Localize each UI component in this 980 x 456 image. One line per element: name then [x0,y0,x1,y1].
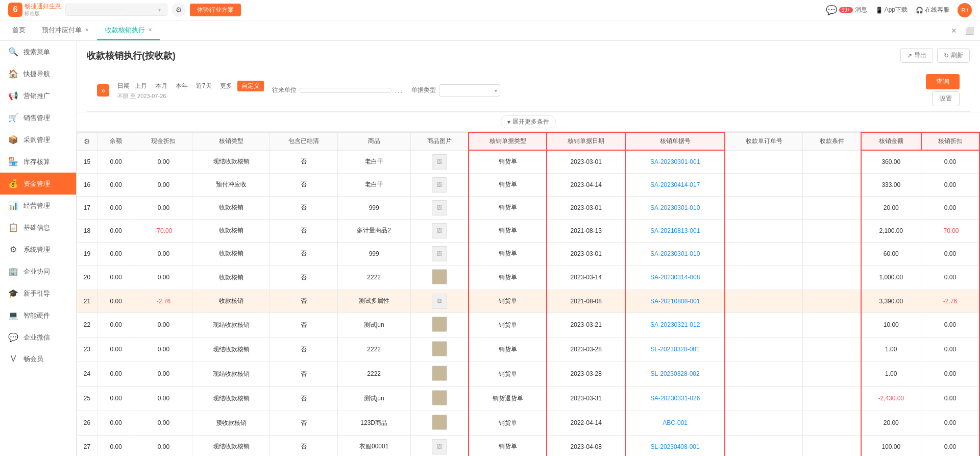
sidebar-item-guide[interactable]: 🎓 新手引导 [0,282,76,304]
cell-verify-voucher-type: 销货单 [469,242,547,265]
sidebar-item-sales[interactable]: 🛒 销售管理 [0,107,76,129]
refresh-icon: ↻ [944,52,949,59]
cell-verify-no: SL-20230328-002 [625,362,725,386]
verify-no-link[interactable]: SA-20230414-017 [650,181,700,188]
verify-no-link[interactable]: SL-20230328-002 [651,370,700,377]
date-7days[interactable]: 近7天 [193,81,215,91]
close-window-button[interactable]: ✕ [949,26,959,36]
cell-verify-discount: 0.00 [921,362,979,386]
col-header-verify-voucher-type: 核销单据类型 [469,132,547,150]
verify-no-link[interactable]: SA-20210813-001 [650,227,700,234]
trial-button[interactable]: 体验行业方案 [190,4,241,16]
cell-receipt-order-no [725,150,803,173]
expand-conditions-button[interactable]: ▾ 展开更多条件 [501,115,556,128]
date-last-month[interactable]: 上月 [132,81,150,91]
notification-area[interactable]: 💬 99+ 消息 [826,5,867,16]
page-actions: ↗ 导出 ↻ 刷新 [900,48,970,63]
verify-no-link[interactable]: SL-20230328-001 [651,346,700,353]
voucher-type-select[interactable] [439,84,500,97]
gear-button[interactable]: ⚙ [172,3,186,17]
cell-receipt-order-no [725,337,803,362]
sidebar-item-operation[interactable]: 📊 经营管理 [0,195,76,217]
brand-icon: 6 [8,3,22,17]
online-service[interactable]: 🎧 在线客服 [916,6,949,14]
main-layout: 🔍 搜索菜单 🏠 快捷导航 📢 营销推广 🛒 销售管理 📦 采购管理 🏪 库存核… [0,41,980,456]
cell-id: 19 [77,242,97,265]
cell-id: 16 [77,173,97,196]
sidebar-item-inventory[interactable]: 🏪 库存核算 [0,151,76,173]
sidebar-item-hardware[interactable]: 💻 智能硬件 [0,304,76,326]
filter-bar: » 日期 上月 本月 本年 近7天 更多 自定义 不限 至 2023-07-26… [87,69,970,112]
verify-no-link[interactable]: SA-20230314-008 [650,274,700,281]
product-thumbnail [432,317,447,332]
verify-no-link[interactable]: SL-20230408-001 [651,443,700,450]
cell-verify-type: 现结收款核销 [192,362,270,386]
sidebar-item-wechat[interactable]: 💬 企业微信 [0,326,76,348]
cell-verify-amount: 100.00 [861,435,921,456]
query-button[interactable]: 查询 [926,74,960,89]
export-icon: ↗ [907,52,912,59]
cell-verify-type: 现结收款核销 [192,435,270,456]
voucher-type-label: 单据类型 [411,86,436,94]
product-thumbnail: 🖼 [432,200,447,215]
verify-no-link[interactable]: ABC-001 [663,419,688,426]
verify-no-link[interactable]: SA-20230301-010 [650,250,700,257]
cell-verify-type: 现结收款核销 [192,150,270,173]
verify-no-link[interactable]: SA-20230301-010 [650,204,700,211]
brand: 6 畅捷通好生意 标准版 [8,3,61,17]
column-settings-icon[interactable]: ⚙ [84,137,90,146]
cell-verify-no: ABC-001 [625,411,725,435]
sidebar-item-quick-nav[interactable]: 🏠 快捷导航 [0,63,76,85]
cell-cash-discount: 0.00 [135,242,192,265]
verify-no-link[interactable]: SA-20210808-001 [650,298,700,305]
cell-id: 21 [77,290,97,313]
date-this-month[interactable]: 本月 [152,81,170,91]
tab-home[interactable]: 首页 [4,21,34,40]
cell-verify-type: 收款核销 [192,219,270,242]
sidebar-item-basic[interactable]: 📋 基础信息 [0,217,76,238]
cell-verify-type: 收款核销 [192,265,270,290]
verify-no-link[interactable]: SA-20230331-026 [650,395,700,402]
verify-no-link[interactable]: SA-20230301-001 [650,158,700,165]
cell-cash-discount: -2.76 [135,290,192,313]
top-bar-left: 6 畅捷通好生意 标准版 ──────────── ▾ ⚙ 体验行业方案 [8,3,820,17]
date-this-year[interactable]: 本年 [173,81,191,91]
sidebar-item-company[interactable]: 🏢 企业协同 [0,260,76,282]
verify-no-link[interactable]: SA-20230321-012 [650,321,700,328]
sidebar-item-search[interactable]: 🔍 搜索菜单 [0,41,76,63]
sidebar-item-marketing[interactable]: 📢 营销推广 [0,85,76,107]
export-button[interactable]: ↗ 导出 [900,48,933,63]
tab-prepay[interactable]: 预付冲应付单 ✕ [34,21,97,40]
refresh-button[interactable]: ↻ 刷新 [937,48,970,63]
sidebar-item-system[interactable]: ⚙ 系统管理 [0,238,76,260]
tab-receipt-close[interactable]: ✕ [148,27,152,33]
cell-verify-discount: 0.00 [921,173,979,196]
sidebar-item-purchase[interactable]: 📦 采购管理 [0,129,76,151]
date-custom[interactable]: 自定义 [237,81,264,91]
tab-receipt[interactable]: 收款核销执行 ✕ [97,21,160,40]
user-avatar[interactable]: Rit [958,3,972,17]
expand-icon: ▾ [507,118,510,126]
expand-bar: ▾ 展开更多条件 [77,112,980,132]
sidebar-item-member[interactable]: V 畅会员 [0,348,76,370]
settings-button[interactable]: 设置 [932,91,960,106]
table-row: 17 0.00 0.00 收款核销 否 999 🖼 销货单 2023-03-01… [77,196,980,219]
tab-prepay-close[interactable]: ✕ [85,27,89,33]
date-filter-row: 日期 上月 本月 本年 近7天 更多 自定义 [117,81,264,91]
cell-receipt-order-no [725,386,803,411]
cell-verify-no: SL-20230328-001 [625,337,725,362]
app-download[interactable]: 📱 App下载 [875,6,908,14]
product-thumbnail: 🖼 [432,154,447,170]
cell-verify-date: 2023-03-31 [547,386,625,411]
date-more[interactable]: 更多 [217,81,235,91]
sidebar-item-finance[interactable]: 💰 资金管理 [0,173,76,195]
cell-verify-type: 收款核销 [192,196,270,219]
cell-balance: 0.00 [97,435,135,456]
filter-arrow-button[interactable]: » [97,84,109,97]
cell-include-settled: 否 [270,150,337,173]
maximize-window-button[interactable]: ⬜ [963,26,976,36]
search-icon: 🔍 [8,47,18,57]
product-thumbnail [432,415,447,430]
counterpart-input[interactable] [300,88,391,93]
page-title-row: 收款核销执行(按收款) ↗ 导出 ↻ 刷新 [87,48,970,63]
